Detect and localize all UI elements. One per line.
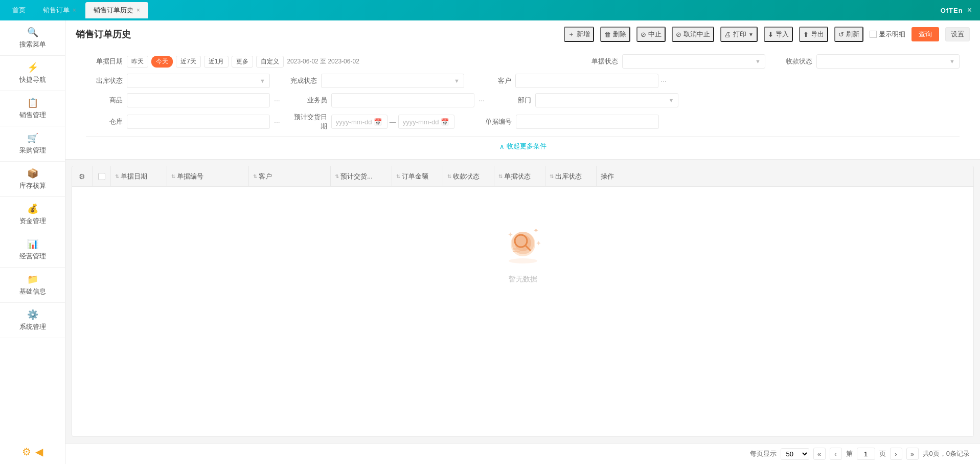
column-settings-icon[interactable]: ⚙: [79, 172, 85, 181]
doc-no-label: 单据编号: [475, 117, 516, 126]
filter-row-1: 单据日期 昨天 今天 近7天 近1月 更多 自定义 2023-06-02 至 2…: [86, 54, 960, 69]
th-docno-label: 单据编号: [177, 172, 203, 181]
refresh-btn[interactable]: ↺ 刷新: [834, 27, 863, 42]
delete-icon: 🗑: [604, 31, 611, 38]
sidebar-item-base-info[interactable]: 📁 基础信息: [0, 268, 65, 303]
salesperson-dots-btn[interactable]: ···: [478, 96, 485, 104]
content-area: 销售订单历史 ＋ 新增 🗑 删除 ⊘ 中止 ⊘: [65, 20, 980, 464]
print-btn[interactable]: 🖨 打印 ▼: [720, 27, 758, 42]
calendar-icon-from[interactable]: 📅: [374, 118, 382, 126]
display-detail-checkbox[interactable]: [870, 31, 877, 38]
export-btn[interactable]: ⬆ 导出: [799, 27, 828, 42]
first-page-btn[interactable]: «: [813, 448, 826, 460]
department-arrow: ▼: [668, 97, 674, 103]
sidebar-item-search-menu[interactable]: 🔍 搜索菜单: [0, 20, 65, 56]
th-out-status-sort[interactable]: ⇅: [550, 173, 554, 179]
select-all-checkbox[interactable]: [98, 173, 105, 180]
page-word: 第: [846, 449, 853, 458]
delete-btn[interactable]: 🗑 删除: [600, 27, 630, 42]
complete-status-select[interactable]: ▼: [321, 74, 464, 88]
th-settings[interactable]: ⚙: [72, 166, 93, 186]
th-amount-sort[interactable]: ⇅: [396, 173, 400, 179]
tab-sales-order-history-label: 销售订单历史: [94, 6, 133, 15]
th-doc-status-sort[interactable]: ⇅: [498, 173, 503, 179]
sidebar-collapse-btn[interactable]: ◀: [35, 446, 43, 458]
warehouse-input[interactable]: [127, 115, 270, 129]
delivery-date-to-text: yyyy-mm-dd: [403, 118, 439, 126]
query-btn[interactable]: 查询: [911, 27, 939, 41]
tab-home[interactable]: 首页: [4, 2, 34, 18]
tab-sales-order-history[interactable]: 销售订单历史 ×: [85, 2, 148, 18]
prev-page-btn[interactable]: ‹: [830, 448, 842, 460]
customer-input[interactable]: [515, 74, 658, 88]
sidebar-item-inventory[interactable]: 📦 库存核算: [0, 162, 65, 197]
date-1month-btn[interactable]: 近1月: [204, 56, 229, 68]
tab-sales-order-close[interactable]: ×: [73, 7, 76, 14]
department-select[interactable]: ▼: [535, 93, 678, 107]
th-delivery: ⇅ 预计交货...: [331, 166, 392, 186]
date-more-btn[interactable]: 更多: [232, 56, 253, 68]
th-docno: ⇅ 单据编号: [167, 166, 249, 186]
delivery-date-from[interactable]: yyyy-mm-dd 📅: [331, 115, 388, 129]
product-input[interactable]: [127, 93, 270, 107]
sidebar-item-sys-mgmt[interactable]: ⚙️ 系统管理: [0, 303, 65, 338]
tab-sales-order[interactable]: 销售订单 ×: [35, 2, 84, 18]
stop-btn[interactable]: ⊘ 中止: [636, 27, 666, 42]
next-page-btn[interactable]: ›: [890, 448, 902, 460]
th-check[interactable]: [93, 166, 111, 186]
top-bar: 首页 销售订单 × 销售订单历史 × OfTEn ×: [0, 0, 980, 20]
page-title-row: 销售订单历史 ＋ 新增 🗑 删除 ⊘ 中止 ⊘: [76, 27, 970, 42]
delivery-date-to[interactable]: yyyy-mm-dd 📅: [398, 115, 454, 129]
date-sep: —: [390, 118, 396, 126]
collapse-arrow: ∧: [499, 143, 505, 150]
date-7days-btn[interactable]: 近7天: [176, 56, 201, 68]
tab-sales-order-history-close[interactable]: ×: [136, 7, 140, 14]
empty-icon: ✦ ✦ ✦: [497, 217, 549, 269]
doc-status-select[interactable]: ▼: [622, 54, 765, 69]
sidebar-settings-btn[interactable]: ⚙: [22, 446, 31, 458]
customer-dots-btn[interactable]: ···: [660, 77, 667, 85]
sidebar-item-search-menu-label: 搜索菜单: [19, 40, 46, 49]
date-today-btn[interactable]: 今天: [151, 56, 173, 68]
refresh-label: 刷新: [846, 30, 859, 39]
cancel-stop-btn[interactable]: ⊘ 取消中止: [672, 27, 714, 42]
sidebar-item-finance[interactable]: 💰 资金管理: [0, 197, 65, 232]
warehouse-dots-btn[interactable]: ···: [274, 118, 280, 126]
display-detail-toggle[interactable]: 显示明细: [870, 30, 905, 39]
empty-text: 暂无数据: [509, 275, 537, 284]
last-page-btn[interactable]: »: [906, 448, 919, 460]
th-date-sort[interactable]: ⇅: [115, 173, 119, 179]
sidebar-item-purchase-mgmt[interactable]: 🛒 采购管理: [0, 126, 65, 162]
sidebar-item-quick-nav[interactable]: ⚡ 快捷导航: [0, 56, 65, 91]
new-btn[interactable]: ＋ 新增: [564, 27, 594, 42]
th-customer-sort[interactable]: ⇅: [253, 173, 257, 179]
top-bar-right: OfTEn ×: [941, 6, 976, 15]
doc-no-input[interactable]: [516, 115, 659, 129]
page-size-select[interactable]: 50 10 20 100: [781, 448, 809, 460]
new-icon: ＋: [568, 30, 575, 39]
total-text: 共0页，0条记录: [923, 449, 970, 458]
th-doc-status-label: 单据状态: [504, 172, 531, 181]
calendar-icon-to[interactable]: 📅: [441, 118, 449, 126]
date-custom-btn[interactable]: 自定义: [256, 56, 284, 68]
import-btn[interactable]: ⬇ 导入: [764, 27, 793, 42]
inventory-icon: 📦: [27, 168, 38, 179]
collapse-btn[interactable]: ∧ 收起更多条件: [86, 140, 960, 153]
settings-btn[interactable]: 设置: [945, 27, 970, 41]
date-yesterday-btn[interactable]: 昨天: [127, 56, 148, 68]
product-dots-btn[interactable]: ···: [274, 96, 280, 104]
salesperson-label: 业务员: [290, 96, 331, 105]
warehouse-label: 仓库: [86, 117, 127, 126]
sidebar-item-operations[interactable]: 📊 经营管理: [0, 232, 65, 268]
receipt-status-select[interactable]: ▼: [816, 54, 960, 69]
out-status-select[interactable]: ▼: [127, 74, 270, 88]
table-header: ⚙ ⇅ 单据日期 ⇅ 单据编号 ⇅ 客户 ⇅: [72, 166, 973, 187]
current-page-input[interactable]: [857, 448, 875, 460]
salesperson-input[interactable]: [331, 93, 474, 107]
sidebar-item-sales-mgmt[interactable]: 📋 销售管理: [0, 91, 65, 126]
stop-label: 中止: [648, 30, 662, 39]
th-docno-sort[interactable]: ⇅: [171, 173, 175, 179]
th-pay-status-sort[interactable]: ⇅: [447, 173, 451, 179]
th-delivery-sort[interactable]: ⇅: [335, 173, 339, 179]
window-close-btn[interactable]: ×: [967, 6, 972, 15]
